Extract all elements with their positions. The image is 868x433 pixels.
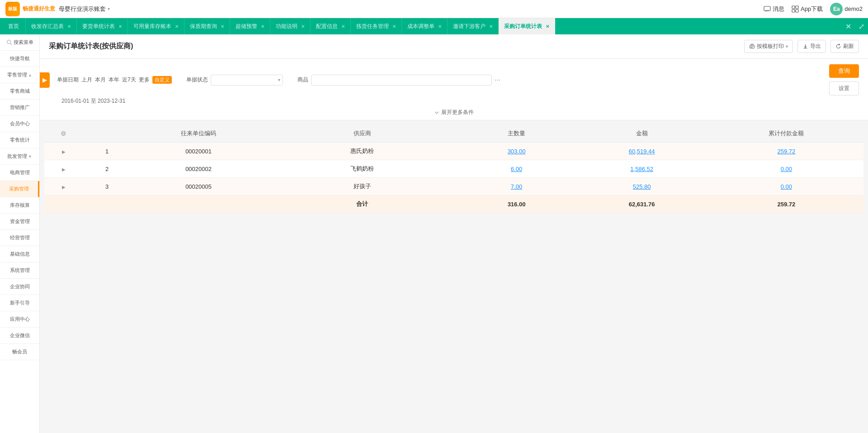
close-tab-purchase-summary[interactable]: ✕ bbox=[546, 24, 549, 29]
row2-paid[interactable]: 0.00 bbox=[709, 160, 863, 178]
main-layout: 搜索菜单 快捷导航 零售管理 ▲ 零售商城 营销推广 会员中心 零售统计 批发管… bbox=[0, 34, 868, 433]
query-button[interactable]: 查询 bbox=[829, 64, 859, 78]
top-bar-left: 标版 畅捷通好生意 母婴行业演示账套 ▾ bbox=[5, 2, 110, 16]
sidebar-item-basic-info[interactable]: 基础信息 bbox=[0, 246, 39, 262]
template-print-button[interactable]: 按模板打印 ▾ bbox=[744, 40, 793, 53]
row3-expand[interactable]: ▶ bbox=[44, 178, 83, 195]
sidebar-ops-mgmt-label: 经营管理 bbox=[10, 235, 30, 240]
sidebar-item-enterprise-coop[interactable]: 企业协同 bbox=[0, 279, 39, 295]
row2-qty[interactable]: 6.00 bbox=[459, 160, 575, 178]
tab-config-info[interactable]: 配置信息 ✕ bbox=[311, 18, 351, 34]
sidebar-item-ecom-mgmt[interactable]: 电商管理 bbox=[0, 165, 39, 181]
sidebar-item-wholesale-mgmt[interactable]: 批发管理 ▼ bbox=[0, 148, 39, 165]
close-tab-receive-summary[interactable]: ✕ bbox=[67, 24, 71, 29]
refresh-button[interactable]: 刷新 bbox=[830, 40, 859, 53]
sidebar-item-purchase-mgmt[interactable]: 采购管理 bbox=[0, 181, 39, 197]
close-tab-config-info[interactable]: ✕ bbox=[341, 24, 345, 29]
row1-qty[interactable]: 303.00 bbox=[459, 143, 575, 160]
sidebar-marketing-label: 营销推广 bbox=[10, 105, 30, 110]
close-tab-invite-downstream[interactable]: ✕ bbox=[489, 24, 493, 29]
sidebar-item-new-guide[interactable]: 新手引导 bbox=[0, 295, 39, 311]
tab-picking-task[interactable]: 拣货任务管理 ✕ bbox=[351, 18, 402, 34]
close-tab-goods-summary[interactable]: ✕ bbox=[118, 24, 122, 29]
row1-amount[interactable]: 60,519.44 bbox=[574, 143, 709, 160]
close-tab-function-desc[interactable]: ✕ bbox=[301, 24, 305, 29]
tab-expiry-query[interactable]: 保质期查询 ✕ bbox=[184, 18, 230, 34]
search-icon bbox=[6, 39, 12, 45]
goods-more-icon[interactable]: ··· bbox=[495, 76, 500, 84]
sidebar-item-quick-nav[interactable]: 快捷导航 bbox=[0, 51, 39, 67]
footer-row: 合计 316.00 62,631.76 259.72 bbox=[44, 195, 863, 213]
sidebar-item-retail-store[interactable]: 零售商城 bbox=[0, 83, 39, 100]
row1-expand-icon[interactable]: ▶ bbox=[62, 149, 66, 154]
date-shortcut-this-month[interactable]: 本月 bbox=[95, 76, 106, 84]
sidebar-item-search[interactable]: 搜索菜单 bbox=[0, 34, 39, 51]
settings-button[interactable]: 设置 bbox=[829, 81, 859, 95]
sidebar-item-capital-mgmt[interactable]: 资金管理 bbox=[0, 214, 39, 230]
row1-expand[interactable]: ▶ bbox=[44, 143, 83, 160]
row3-amount[interactable]: 525.80 bbox=[574, 178, 709, 195]
date-shortcut-more[interactable]: 更多 bbox=[139, 76, 150, 84]
tab-cost-adjust[interactable]: 成本调整单 ✕ bbox=[402, 18, 448, 34]
goods-input[interactable] bbox=[311, 75, 492, 86]
column-settings-icon[interactable]: ⚙ bbox=[61, 130, 66, 137]
svg-point-5 bbox=[7, 40, 10, 44]
tab-purchase-summary[interactable]: 采购订单统计表 ✕ bbox=[499, 18, 555, 34]
nav-restore-button[interactable]: ⤢ bbox=[857, 22, 866, 31]
print-icon bbox=[749, 43, 755, 49]
row2-amount[interactable]: 1,586.52 bbox=[574, 160, 709, 178]
message-button[interactable]: 消息 bbox=[764, 5, 784, 13]
row2-expand[interactable]: ▶ bbox=[44, 160, 83, 178]
custom-date-badge[interactable]: 自定义 bbox=[152, 76, 172, 84]
status-select[interactable] bbox=[211, 75, 283, 86]
row2-expand-icon[interactable]: ▶ bbox=[62, 167, 66, 172]
row1-paid[interactable]: 259.72 bbox=[709, 143, 863, 160]
close-tab-cost-adjust[interactable]: ✕ bbox=[438, 24, 442, 29]
sidebar-item-enterprise-wechat[interactable]: 企业微信 bbox=[0, 328, 39, 344]
footer-qty: 316.00 bbox=[459, 195, 575, 213]
close-tab-overstock-warning[interactable]: ✕ bbox=[261, 24, 264, 29]
sidebar-item-inventory[interactable]: 库存核算 bbox=[0, 197, 39, 214]
sidebar-item-app-center[interactable]: 应用中心 bbox=[0, 311, 39, 328]
sidebar-item-retail-mgmt[interactable]: 零售管理 ▲ bbox=[0, 67, 39, 83]
status-label: 单据状态 bbox=[186, 76, 208, 84]
sidebar-item-retail-stats[interactable]: 零售统计 bbox=[0, 132, 39, 148]
expand-more-button[interactable]: 展开更多条件 bbox=[434, 109, 474, 116]
tab-invite-downstream[interactable]: 邀请下游客户 ✕ bbox=[448, 18, 499, 34]
export-button[interactable]: 导出 bbox=[797, 40, 826, 53]
tab-goods-summary[interactable]: 要货单统计表 ✕ bbox=[77, 18, 128, 34]
date-shortcut-last-month[interactable]: 上月 bbox=[81, 76, 92, 84]
refresh-icon bbox=[835, 43, 841, 49]
row3-paid[interactable]: 0.00 bbox=[709, 178, 863, 195]
svg-rect-8 bbox=[750, 47, 754, 47]
username: demo2 bbox=[844, 5, 863, 12]
app-download-icon bbox=[792, 5, 799, 13]
tab-function-desc[interactable]: 功能说明 ✕ bbox=[270, 18, 311, 34]
sidebar-item-member-center[interactable]: 会员中心 bbox=[0, 116, 39, 132]
sidebar-item-system-mgmt[interactable]: 系统管理 bbox=[0, 262, 39, 279]
close-tab-picking-task[interactable]: ✕ bbox=[392, 24, 396, 29]
row3-qty[interactable]: 7.00 bbox=[459, 178, 575, 195]
row1-seq: 1 bbox=[83, 143, 131, 160]
workspace-selector[interactable]: 母婴行业演示账套 ▾ bbox=[59, 5, 110, 13]
tab-receive-summary[interactable]: 收发存汇总表 ✕ bbox=[26, 18, 77, 34]
nav-close-all-button[interactable]: ✕ bbox=[844, 22, 853, 31]
sidebar-item-marketing[interactable]: 营销推广 bbox=[0, 100, 39, 116]
sidebar-collapse-button[interactable]: ▶ bbox=[40, 72, 50, 88]
user-avatar-area[interactable]: Ea demo2 bbox=[830, 3, 863, 15]
sidebar-app-center-label: 应用中心 bbox=[10, 316, 30, 322]
close-tab-available-stock[interactable]: ✕ bbox=[175, 24, 179, 29]
tab-overstock-warning[interactable]: 超储预警 ✕ bbox=[230, 18, 270, 34]
top-bar: 标版 畅捷通好生意 母婴行业演示账套 ▾ 消息 App下载 Ea demo2 bbox=[0, 0, 868, 18]
page-header: 采购订单统计表(按供应商) 按模板打印 ▾ 导出 刷新 bbox=[40, 34, 868, 59]
close-tab-expiry-query[interactable]: ✕ bbox=[221, 24, 224, 29]
sidebar-item-member[interactable]: 畅会员 bbox=[0, 344, 39, 360]
date-shortcut-this-year[interactable]: 本年 bbox=[108, 76, 119, 84]
expand-row: 展开更多条件 bbox=[49, 107, 859, 118]
tab-home[interactable]: 首页 bbox=[2, 18, 26, 34]
sidebar-item-ops-mgmt[interactable]: 经营管理 bbox=[0, 230, 39, 246]
app-download-button[interactable]: App下载 bbox=[792, 5, 823, 13]
date-shortcut-7days[interactable]: 近7天 bbox=[122, 76, 136, 84]
row3-expand-icon[interactable]: ▶ bbox=[62, 185, 66, 190]
tab-available-stock[interactable]: 可用量库存账本 ✕ bbox=[128, 18, 184, 34]
